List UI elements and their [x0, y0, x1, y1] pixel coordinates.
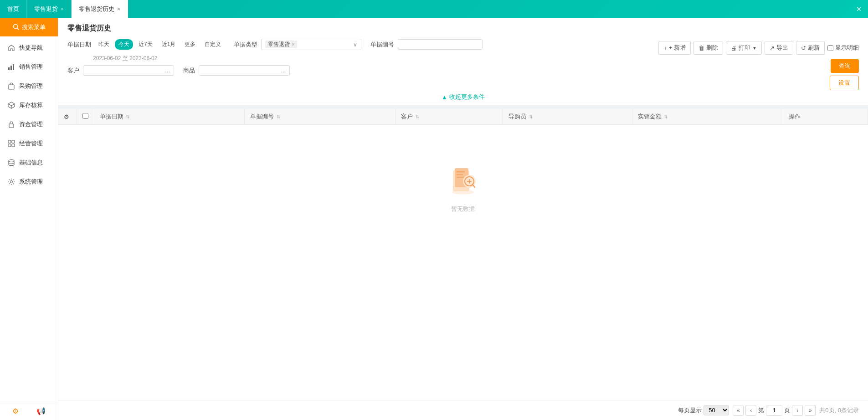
svg-rect-8: [8, 140, 11, 143]
first-page-button[interactable]: «: [733, 405, 744, 416]
filter-goods-wrap: ...: [199, 65, 290, 76]
filter-date-label: 单据日期: [67, 41, 91, 49]
tab-retail-return-history[interactable]: 零售退货历史 ×: [72, 0, 128, 18]
sidebar-search-label: 搜索菜单: [22, 23, 46, 31]
collapse-bar: ▲ 收起更多条件: [67, 90, 859, 105]
sidebar-item-finance[interactable]: 资金管理: [0, 115, 58, 134]
settings-button[interactable]: 设置: [830, 76, 859, 90]
sidebar-item-operation[interactable]: 经营管理: [0, 134, 58, 153]
filter-section: 零售退货历史 单据日期 昨天 今天 近7天 近1月 更多: [58, 18, 868, 105]
sidebar-search[interactable]: 搜索菜单: [0, 18, 58, 36]
filter-goods-item: 商品 ...: [183, 65, 290, 76]
collapse-button[interactable]: ▲ 收起更多条件: [442, 93, 485, 101]
filter-number-item: 单据编号: [370, 39, 483, 50]
speaker-icon[interactable]: 📢: [36, 407, 46, 415]
filter-customer-label: 客户: [67, 67, 79, 75]
export-button[interactable]: ↗ 导出: [765, 41, 793, 55]
filter-type-label: 单据类型: [234, 41, 257, 49]
prev-page-button[interactable]: ‹: [745, 405, 756, 416]
sidebar-item-purchase-label: 采购管理: [19, 82, 43, 90]
date-btn-1month[interactable]: 近1月: [158, 39, 180, 50]
th-date-label: 单据日期: [100, 113, 123, 120]
last-page-button[interactable]: »: [805, 405, 816, 416]
date-range-display: 2023-06-02 至 2023-06-02: [67, 55, 649, 62]
sidebar-item-quick-nav[interactable]: 快捷导航: [0, 38, 58, 57]
sidebar-item-sales[interactable]: 销售管理: [0, 57, 58, 77]
top-bar: 首页 零售退货 × 零售退货历史 × ×: [0, 0, 868, 18]
customer-dots-icon[interactable]: ...: [165, 67, 170, 74]
date-btn-7days[interactable]: 近7天: [135, 39, 156, 50]
page-suffix: 页: [784, 406, 790, 415]
sidebar-item-basic[interactable]: 基础信息: [0, 153, 58, 172]
svg-rect-9: [12, 140, 15, 143]
th-customer-label: 客户: [401, 113, 413, 120]
date-btn-today[interactable]: 今天: [115, 39, 133, 50]
tab-retail-return-history-close[interactable]: ×: [117, 6, 120, 12]
th-number[interactable]: 单据编号 ⇅: [245, 109, 395, 125]
page-prefix: 第: [758, 406, 764, 415]
new-button-label: + 新增: [669, 44, 686, 52]
delete-button[interactable]: 🗑 删除: [693, 41, 723, 55]
th-checkbox[interactable]: [77, 109, 94, 125]
next-page-button[interactable]: ›: [792, 405, 803, 416]
tab-home-label: 首页: [7, 5, 19, 13]
svg-rect-2: [8, 67, 10, 70]
collapse-label: 收起更多条件: [449, 93, 485, 101]
sidebar-item-inventory-label: 库存核算: [19, 101, 43, 109]
show-detail-checkbox-wrap[interactable]: 显示明细: [827, 44, 859, 52]
content-area: 零售退货历史 单据日期 昨天 今天 近7天 近1月 更多: [58, 18, 868, 420]
filter-customer-item: 客户 ...: [67, 65, 174, 76]
refresh-button-label: 刷新: [808, 44, 820, 52]
show-detail-label: 显示明细: [835, 44, 859, 52]
tab-home[interactable]: 首页: [0, 0, 27, 18]
new-button[interactable]: + + 新增: [658, 41, 691, 55]
filter-type-select[interactable]: 零售退货 × ∨: [261, 39, 361, 50]
sidebar: 搜索菜单 快捷导航 销售管理: [0, 18, 58, 420]
page-title: 零售退货历史: [67, 24, 649, 33]
sidebar-item-purchase[interactable]: 采购管理: [0, 77, 58, 96]
empty-text: 暂无数据: [451, 205, 475, 213]
th-settings[interactable]: ⚙: [58, 109, 77, 125]
table-header: ⚙ 单据日期 ⇅ 单据编号 ⇅: [58, 109, 868, 125]
sidebar-item-system[interactable]: 系统管理: [0, 172, 58, 191]
sidebar-item-operation-label: 经营管理: [19, 139, 43, 148]
th-guide[interactable]: 导购员 ⇅: [503, 109, 632, 125]
th-customer[interactable]: 客户 ⇅: [395, 109, 503, 125]
print-button[interactable]: 🖨 打印 ▼: [726, 41, 762, 55]
date-btn-more[interactable]: 更多: [181, 39, 199, 50]
gear-icon: [7, 178, 15, 186]
query-button[interactable]: 查询: [831, 59, 859, 73]
svg-point-12: [9, 160, 14, 162]
type-tag-close[interactable]: ×: [292, 42, 294, 47]
date-btn-yesterday[interactable]: 昨天: [95, 39, 113, 50]
window-close-button[interactable]: ×: [850, 0, 868, 18]
show-detail-checkbox[interactable]: [827, 45, 833, 51]
filter-customer-input[interactable]: [87, 67, 165, 74]
th-amount[interactable]: 实销金额 ⇅: [632, 109, 783, 125]
sidebar-item-basic-label: 基础信息: [19, 159, 43, 167]
delete-icon: 🗑: [699, 45, 704, 51]
sidebar-footer: ⚙ 📢: [0, 402, 58, 420]
svg-point-13: [10, 181, 13, 183]
per-page-select[interactable]: 10 20 50 100: [704, 405, 729, 415]
svg-rect-5: [9, 85, 14, 89]
filter-number-input[interactable]: [402, 41, 478, 48]
table-settings-icon[interactable]: ⚙: [64, 113, 69, 120]
goods-dots-icon[interactable]: ...: [281, 67, 286, 74]
sidebar-item-inventory[interactable]: 库存核算: [0, 96, 58, 115]
select-all-checkbox[interactable]: [82, 113, 88, 119]
th-date[interactable]: 单据日期 ⇅: [94, 109, 245, 125]
tab-retail-return-close[interactable]: ×: [61, 6, 64, 12]
date-btn-custom[interactable]: 自定义: [201, 39, 225, 50]
filter-goods-input[interactable]: [203, 67, 281, 74]
total-info: 共0页, 0条记录: [819, 406, 859, 415]
box-icon: [7, 101, 15, 109]
th-number-sort-icon: ⇅: [277, 114, 280, 119]
page-number-input[interactable]: [766, 405, 782, 416]
refresh-button[interactable]: ↺ 刷新: [796, 41, 825, 55]
svg-rect-11: [12, 144, 15, 147]
settings-icon[interactable]: ⚙: [12, 407, 19, 415]
svg-rect-17: [457, 171, 465, 173]
tab-retail-return[interactable]: 零售退货 ×: [27, 0, 72, 18]
grid-icon: [7, 139, 15, 148]
